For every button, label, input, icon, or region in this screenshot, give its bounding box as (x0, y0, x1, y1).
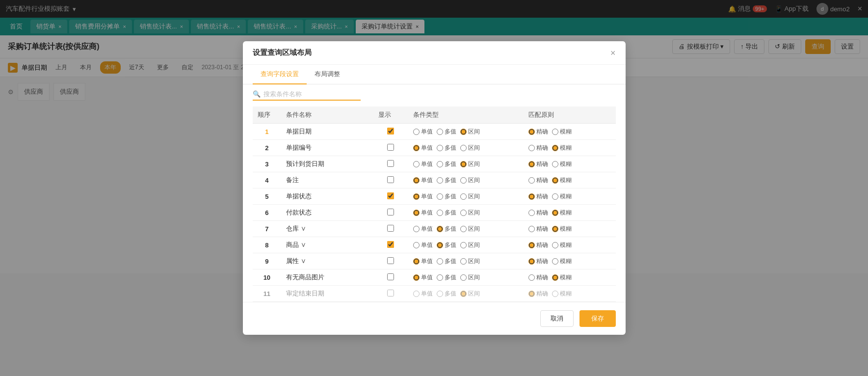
type-radio[interactable] (413, 161, 420, 167)
cell-display[interactable] (373, 237, 408, 253)
cell-match[interactable]: 精确模糊 (524, 188, 616, 205)
type-radio-label[interactable]: 多值 (437, 144, 456, 152)
cell-display[interactable] (373, 140, 408, 156)
display-checkbox[interactable] (387, 225, 394, 232)
type-radio-label[interactable]: 单值 (413, 160, 433, 168)
type-radio[interactable] (460, 177, 467, 184)
type-radio[interactable] (437, 210, 443, 216)
match-radio-label[interactable]: 模糊 (552, 128, 572, 136)
match-radio[interactable] (552, 193, 558, 200)
type-radio-label[interactable]: 单值 (413, 273, 433, 274)
type-radio-label[interactable]: 多值 (437, 257, 456, 266)
cell-match[interactable]: 精确模糊 (524, 205, 616, 221)
type-radio[interactable] (413, 226, 420, 232)
display-checkbox[interactable] (387, 257, 394, 264)
cell-type[interactable]: 单值多值区间 (408, 237, 524, 253)
type-radio-label[interactable]: 区间 (460, 144, 480, 152)
cell-type[interactable]: 单值多值区间 (408, 188, 524, 205)
type-radio-label[interactable]: 单值 (413, 241, 433, 249)
cell-match[interactable]: 精确模糊 (524, 237, 616, 253)
type-radio-label[interactable]: 区间 (460, 192, 480, 201)
display-checkbox[interactable] (387, 176, 394, 183)
type-radio-label[interactable]: 区间 (460, 176, 480, 185)
cell-match[interactable]: 精确模糊 (524, 221, 616, 237)
type-radio[interactable] (437, 161, 443, 167)
match-radio-label[interactable]: 模糊 (552, 225, 572, 233)
modal-close-button[interactable]: × (610, 49, 616, 57)
type-radio-label[interactable]: 多值 (437, 160, 456, 168)
match-radio[interactable] (552, 226, 558, 232)
type-radio[interactable] (460, 129, 467, 135)
type-radio[interactable] (413, 145, 420, 151)
type-radio[interactable] (413, 129, 420, 135)
match-radio[interactable] (552, 242, 558, 248)
match-radio-label[interactable]: 精确 (528, 176, 548, 185)
match-radio-label[interactable]: 模糊 (552, 176, 572, 185)
type-radio[interactable] (437, 193, 443, 200)
cell-display[interactable] (373, 156, 408, 172)
type-radio[interactable] (437, 129, 443, 135)
cell-type[interactable]: 单值多值区间 (408, 269, 524, 274)
match-radio-label[interactable]: 模糊 (552, 144, 572, 152)
cell-match[interactable]: 精确模糊 (524, 124, 616, 140)
type-radio-label[interactable]: 单值 (413, 209, 433, 217)
match-radio-label[interactable]: 模糊 (552, 160, 572, 168)
match-radio-label[interactable]: 模糊 (552, 209, 572, 217)
match-radio-label[interactable]: 模糊 (552, 241, 572, 249)
type-radio-label[interactable]: 多值 (437, 192, 456, 201)
type-radio[interactable] (413, 193, 420, 200)
match-radio-label[interactable]: 精确 (528, 192, 548, 201)
type-radio[interactable] (437, 177, 443, 184)
cell-type[interactable]: 单值多值区间 (408, 140, 524, 156)
match-radio[interactable] (528, 242, 535, 248)
match-radio-label[interactable]: 精确 (528, 225, 548, 233)
match-radio[interactable] (528, 258, 535, 265)
match-radio-label[interactable]: 精确 (528, 128, 548, 136)
type-radio-label[interactable]: 区间 (460, 257, 480, 266)
display-checkbox[interactable] (387, 241, 394, 248)
cell-type[interactable]: 单值多值区间 (408, 156, 524, 172)
type-radio-label[interactable]: 区间 (460, 241, 480, 249)
match-radio-label[interactable]: 精确 (528, 160, 548, 168)
match-radio[interactable] (552, 161, 558, 167)
match-radio-label[interactable]: 模糊 (552, 257, 572, 266)
type-radio-label[interactable]: 单值 (413, 257, 433, 266)
type-radio[interactable] (437, 226, 443, 232)
type-radio[interactable] (460, 258, 467, 265)
display-checkbox[interactable] (387, 128, 394, 134)
type-radio[interactable] (460, 145, 467, 151)
match-radio[interactable] (528, 210, 535, 216)
cell-type[interactable]: 单值多值区间 (408, 221, 524, 237)
type-radio[interactable] (413, 258, 420, 265)
type-radio-label[interactable]: 多值 (437, 241, 456, 249)
type-radio-label[interactable]: 多值 (437, 273, 456, 274)
match-radio[interactable] (528, 226, 535, 232)
cell-match[interactable]: 精确模糊 (524, 172, 616, 188)
cell-display[interactable] (373, 221, 408, 237)
type-radio-label[interactable]: 区间 (460, 225, 480, 233)
type-radio[interactable] (460, 242, 467, 248)
type-radio[interactable] (437, 145, 443, 151)
type-radio-label[interactable]: 单值 (413, 225, 433, 233)
display-checkbox[interactable] (387, 192, 394, 199)
type-radio[interactable] (437, 242, 443, 248)
cell-type[interactable]: 单值多值区间 (408, 172, 524, 188)
cell-match[interactable]: 精确模糊 (524, 269, 616, 274)
type-radio[interactable] (460, 193, 467, 200)
match-radio-label[interactable]: 精确 (528, 273, 548, 274)
match-radio[interactable] (552, 210, 558, 216)
match-radio[interactable] (552, 145, 558, 151)
cell-type[interactable]: 单值多值区间 (408, 124, 524, 140)
match-radio-label[interactable]: 模糊 (552, 273, 572, 274)
cell-display[interactable] (373, 205, 408, 221)
type-radio[interactable] (413, 210, 420, 216)
type-radio-label[interactable]: 多值 (437, 225, 456, 233)
cell-display[interactable] (373, 253, 408, 269)
type-radio[interactable] (460, 161, 467, 167)
type-radio-label[interactable]: 单值 (413, 192, 433, 201)
type-radio-label[interactable]: 多值 (437, 128, 456, 136)
type-radio-label[interactable]: 区间 (460, 128, 480, 136)
search-input[interactable] (263, 90, 352, 98)
match-radio[interactable] (552, 177, 558, 184)
match-radio[interactable] (552, 129, 558, 135)
